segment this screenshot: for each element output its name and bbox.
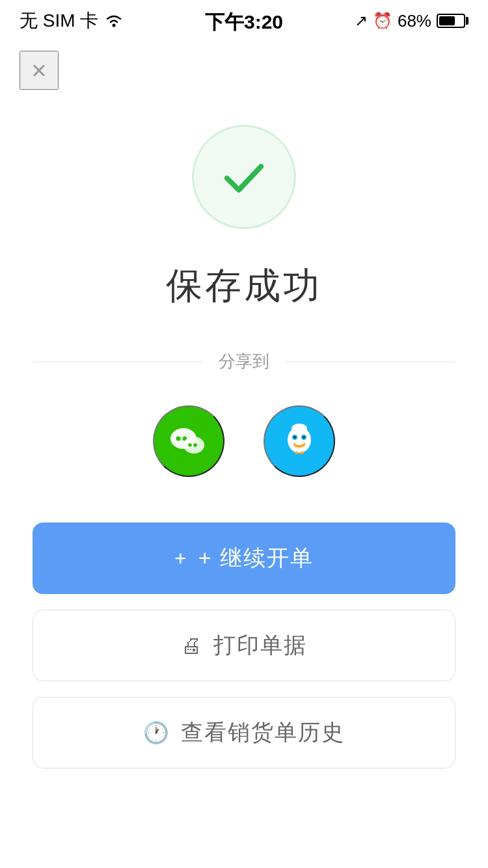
battery-percent: 68%	[398, 11, 431, 31]
svg-point-13	[295, 441, 304, 445]
history-button[interactable]: 🕐 查看销货单历史	[33, 697, 455, 768]
nav-bar: ×	[0, 42, 488, 99]
print-button[interactable]: 🖨 打印单据	[33, 610, 455, 681]
success-circle	[192, 125, 296, 229]
svg-point-0	[113, 24, 116, 27]
wifi-icon	[105, 14, 123, 28]
svg-point-5	[188, 443, 192, 447]
qq-share-button[interactable]	[264, 405, 335, 477]
status-bar: 无 SIM 卡 下午3:20 ↗ ⏰ 68%	[0, 0, 488, 42]
share-icons	[153, 405, 335, 477]
history-icon: 🕐	[143, 720, 170, 745]
print-icon: 🖨	[181, 634, 203, 658]
svg-point-2	[176, 437, 181, 441]
close-icon: ×	[31, 57, 46, 83]
carrier-text: 无 SIM 卡	[20, 8, 98, 33]
checkmark-icon	[218, 151, 270, 203]
action-buttons: + + 继续开单 🖨 打印单据 🕐 查看销货单历史	[33, 522, 455, 768]
svg-point-16	[291, 424, 307, 434]
share-divider: 分享到	[33, 350, 455, 373]
share-label: 分享到	[203, 350, 285, 373]
alarm-icon: ⏰	[373, 12, 392, 30]
svg-rect-15	[300, 452, 304, 454]
status-indicators: ↗ ⏰ 68%	[355, 11, 468, 31]
svg-point-10	[293, 436, 296, 439]
svg-rect-14	[295, 452, 299, 454]
location-icon: ↗	[355, 12, 368, 30]
success-title: 保存成功	[166, 262, 322, 311]
battery-icon	[437, 14, 468, 28]
svg-point-11	[303, 436, 305, 439]
status-time: 下午3:20	[205, 9, 283, 36]
wechat-share-button[interactable]	[153, 405, 224, 477]
continue-plus-icon: +	[174, 547, 188, 571]
main-content: 保存成功 分享到	[0, 99, 488, 807]
close-button[interactable]: ×	[20, 51, 59, 90]
continue-label: + 继续开单	[198, 543, 314, 573]
wechat-icon	[169, 424, 208, 458]
status-carrier: 无 SIM 卡	[20, 8, 123, 33]
continue-button[interactable]: + + 继续开单	[33, 522, 455, 594]
svg-point-6	[193, 443, 197, 447]
qq-icon	[280, 422, 319, 461]
print-label: 打印单据	[213, 631, 307, 660]
history-label: 查看销货单历史	[181, 718, 345, 748]
